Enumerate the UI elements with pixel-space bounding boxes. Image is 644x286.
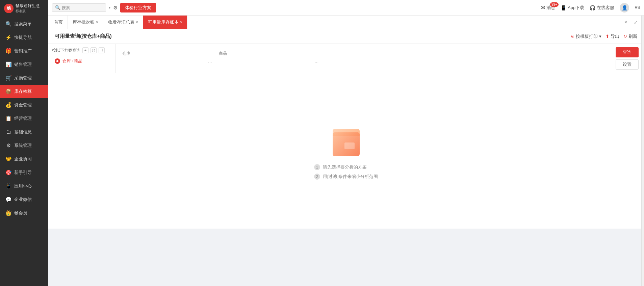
sidebar-item-label: 企业微信 (14, 197, 32, 203)
add-scheme-button[interactable]: + (82, 47, 88, 53)
export-icon: ⬆ (606, 34, 609, 39)
clipboard-icon: 📋 (5, 115, 11, 122)
search-icon: 🔍 (5, 21, 11, 27)
print-chevron-icon: ▾ (599, 34, 601, 39)
sidebar-item-search[interactable]: 🔍 搜索菜单 (0, 17, 48, 31)
sidebar-item-wechat[interactable]: 💬 企业微信 (0, 193, 48, 206)
print-button[interactable]: 🖨 按模板打印 ▾ (570, 33, 601, 40)
chat-icon: 💬 (5, 197, 11, 203)
filter-fields: 仓库 ··· 商品 ··· (115, 44, 610, 73)
empty-tip-2: 2 用[过滤]条件来缩小分析范围 (314, 174, 378, 180)
tabbar-right-actions: × ⤢ (622, 18, 643, 26)
sidebar-logo: 畅 畅康通好生意 标准版 (0, 0, 48, 17)
shortcut-icon: ⚡ (5, 34, 11, 41)
logo-badge: 标准版 (16, 9, 40, 14)
scheme-header: 按以下方案查询 + ◎ 《 (52, 47, 111, 53)
target-icon: 🎯 (5, 170, 11, 176)
sidebar-item-appcenter[interactable]: 📱 应用中心 (0, 179, 48, 193)
topbar-search-box[interactable]: 🔍 (52, 3, 106, 12)
settings-scheme-button[interactable]: ◎ (91, 47, 97, 53)
tab-close-income[interactable]: × (136, 20, 138, 25)
sidebar-item-inventory[interactable]: 📦 库存核算 (0, 85, 48, 98)
folder-icon: 🗂 (5, 129, 11, 135)
sidebar-item-label: 搜索菜单 (14, 21, 32, 27)
page-action-bar: 🖨 按模板打印 ▾ ⬆ 导出 ↻ 刷新 (570, 33, 637, 40)
empty-illustration (329, 122, 363, 156)
box-body (333, 132, 360, 156)
settings-button[interactable]: 设置 (616, 59, 639, 70)
sidebar-item-label: 资金管理 (14, 102, 32, 108)
logo-text-block: 畅康通好生意 标准版 (16, 3, 40, 14)
product-input[interactable] (219, 59, 313, 64)
message-button[interactable]: ✉ 消息 99+ (541, 4, 555, 11)
content-area: 可用量查询(按仓库+商品) 🖨 按模板打印 ▾ ⬆ 导出 ↻ 刷新 (48, 29, 644, 286)
tab-batch-account[interactable]: 库存批次账 × (68, 16, 103, 29)
topbar: 🔍 ▾ ⚙ 体验行业方案 ✉ 消息 99+ 📱 App下载 🎧 在线客服 👤 R (48, 0, 644, 16)
collapse-scheme-button[interactable]: 《 (99, 47, 105, 53)
logo-icon: 畅 (4, 4, 14, 13)
warehouse-more-button[interactable]: ··· (208, 59, 212, 64)
right-scroll-edge (641, 16, 644, 286)
message-icon: ✉ (541, 4, 545, 11)
sidebar-item-label: 销售管理 (14, 61, 32, 68)
sidebar-item-guide[interactable]: 🎯 新手引导 (0, 166, 48, 179)
app-icon: 📱 (5, 183, 11, 189)
print-icon: 🖨 (570, 34, 574, 39)
tab-available-qty[interactable]: 可用量库存账本 × (143, 16, 187, 29)
app-download-button[interactable]: 📱 App下载 (561, 5, 584, 11)
trial-button[interactable]: 体验行业方案 (120, 3, 156, 12)
username-label[interactable]: Rit (635, 5, 640, 10)
gear-icon: ⚙ (5, 142, 11, 149)
sidebar-item-member[interactable]: 👑 畅会员 (0, 206, 48, 220)
refresh-button[interactable]: ↻ 刷新 (623, 33, 637, 40)
tabbar: 首页 库存批次账 × 收发存汇总表 × 可用量库存账本 × × ⤢ (48, 16, 644, 29)
tab-close-batch[interactable]: × (96, 20, 98, 25)
window-expand-button[interactable]: ⤢ (632, 18, 640, 26)
sidebar-item-system[interactable]: ⚙ 系统管理 (0, 139, 48, 152)
sidebar: 畅 畅康通好生意 标准版 🔍 搜索菜单 ⚡ 快捷导航 🎁 营销推广 📊 销售管理… (0, 0, 48, 286)
sidebar-item-label: 系统管理 (14, 142, 32, 149)
product-more-button[interactable]: ··· (315, 59, 319, 64)
export-button[interactable]: ⬆ 导出 (606, 33, 619, 40)
svg-point-0 (56, 60, 58, 62)
avatar[interactable]: 👤 (620, 3, 629, 12)
sidebar-item-label: 库存核算 (14, 88, 32, 95)
filter-area: 按以下方案查询 + ◎ 《 仓库+商品 仓库 (48, 44, 644, 73)
sidebar-item-finance[interactable]: 💰 资金管理 (0, 98, 48, 112)
settings-icon[interactable]: ⚙ (113, 5, 118, 11)
tab-home[interactable]: 首页 (49, 16, 68, 29)
sidebar-item-label: 新手引导 (14, 170, 32, 176)
empty-state: 1 请先选择要分析的方案 2 用[过滤]条件来缩小分析范围 (48, 73, 644, 229)
sidebar-item-label: 应用中心 (14, 183, 32, 189)
sidebar-item-sales[interactable]: 📊 销售管理 (0, 58, 48, 71)
tip-num-2: 2 (314, 174, 320, 180)
sidebar-item-purchase[interactable]: 🛒 采购管理 (0, 71, 48, 85)
main-area: 🔍 ▾ ⚙ 体验行业方案 ✉ 消息 99+ 📱 App下载 🎧 在线客服 👤 R (48, 0, 644, 286)
tab-close-available[interactable]: × (180, 20, 182, 25)
sidebar-item-marketing[interactable]: 🎁 营销推广 (0, 44, 48, 58)
sidebar-item-basic[interactable]: 🗂 基础信息 (0, 125, 48, 139)
tip-num-1: 1 (314, 164, 320, 170)
chevron-down-icon[interactable]: ▾ (109, 6, 110, 9)
crown-icon: 👑 (5, 210, 11, 216)
sidebar-item-label: 采购管理 (14, 75, 32, 81)
sidebar-item-label: 畅会员 (14, 210, 27, 216)
sidebar-item-operations[interactable]: 📋 经营管理 (0, 112, 48, 125)
page-header: 可用量查询(按仓库+商品) 🖨 按模板打印 ▾ ⬆ 导出 ↻ 刷新 (48, 29, 644, 44)
warehouse-input[interactable] (122, 59, 207, 64)
scheme-warehouse-product[interactable]: 仓库+商品 (52, 56, 111, 66)
query-button[interactable]: 查询 (616, 47, 639, 57)
money-icon: 💰 (5, 102, 11, 108)
search-input[interactable] (62, 5, 99, 10)
tab-income-summary[interactable]: 收发存汇总表 × (103, 16, 143, 29)
sidebar-item-label: 快捷导航 (14, 34, 32, 41)
sidebar-item-cooperation[interactable]: 🤝 企业协同 (0, 152, 48, 166)
box-face (344, 142, 355, 149)
window-close-button[interactable]: × (622, 18, 630, 26)
service-button[interactable]: 🎧 在线客服 (590, 5, 614, 11)
filter-action-buttons: 查询 设置 (610, 44, 644, 73)
product-input-wrapper: ··· (219, 58, 319, 66)
refresh-icon: ↻ (623, 34, 627, 39)
topbar-right: ✉ 消息 99+ 📱 App下载 🎧 在线客服 👤 Rit (541, 3, 640, 12)
sidebar-item-shortcut[interactable]: ⚡ 快捷导航 (0, 31, 48, 44)
